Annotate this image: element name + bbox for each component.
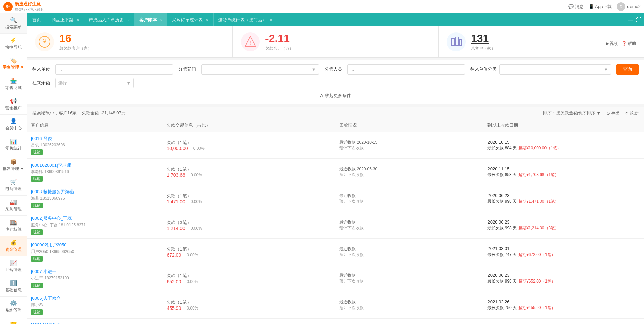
sort-label[interactable]: 排序：按欠款金额倒序排序 ▼	[543, 110, 601, 116]
tab-purchase-stats[interactable]: 采购订单统计表 ×	[167, 13, 213, 26]
export-icon: ⊙	[606, 111, 610, 116]
debt-amount[interactable]: 10,000.00	[167, 146, 188, 151]
user-avatar-area[interactable]: D demo2	[617, 2, 641, 11]
table-row: [0003]畅捷服务尹海燕 海燕 18513066976 现销 欠款（1笔） 1…	[27, 185, 644, 212]
filter-balance: 往来余额 选择... ▼	[32, 78, 134, 88]
overdue-days: 最长欠款 853 天	[487, 172, 517, 178]
unit-category-arrow-icon: ▼	[604, 67, 608, 72]
due-date-cell: 2020.06.23 最长欠款 998 天 超期¥1,214.00（3笔）	[483, 212, 644, 239]
customer-name-link[interactable]: [0001020001]李老师	[31, 162, 159, 168]
refresh-btn[interactable]: ↻ 刷新	[625, 110, 639, 116]
table-row: [0001020001]李老师 李老师 18600391516 现销 欠款（1笔…	[27, 159, 644, 185]
customer-name-link[interactable]: [0006]去下粮仓	[31, 295, 159, 301]
overdue-link[interactable]: 超期¥1,214.00（3笔）	[518, 225, 559, 231]
sidebar-item-retail-stats[interactable]: 📊 零售统计	[0, 135, 27, 155]
balance-placeholder: 选择...	[58, 80, 71, 86]
customer-name-link[interactable]: [0003]畅捷服务尹海燕	[31, 189, 159, 195]
export-btn[interactable]: ⊙ 导出	[606, 110, 620, 116]
logo-icon: 好	[3, 2, 13, 11]
customer-name-link[interactable]: [0007]小进干	[31, 269, 159, 275]
results-bar: 搜索结果中，客户16家 欠款金额 -21,148.07元 排序：按欠款金额倒序排…	[27, 107, 644, 119]
tab-product-shelf-close[interactable]: ×	[77, 18, 79, 22]
overdue-link[interactable]: 超期¥1,471.00（1笔）	[518, 199, 559, 204]
due-date: 2020.11.15	[487, 166, 640, 171]
refresh-icon: ↻	[625, 111, 629, 116]
stat-card-overdue-customers: ¥ 16 总欠款客户（家）	[27, 26, 233, 57]
due-date: 2021.02.26	[487, 299, 640, 304]
debt-amount[interactable]: 1,214.00	[167, 226, 185, 231]
tab-product-history-close[interactable]: ×	[127, 18, 129, 22]
basic-info-icon: ℹ️	[10, 280, 17, 286]
sidebar-item-inventory[interactable]: 🏬 库存核算	[0, 216, 27, 236]
search-button[interactable]: 查询	[616, 64, 639, 75]
sidebar-item-retail-mgmt[interactable]: 🏷️ 零售管理 ▼	[0, 54, 27, 74]
customer-phone: 用户2050 18665062050	[31, 249, 159, 255]
sidebar-item-system[interactable]: ⚙️ 系统管理	[0, 297, 27, 317]
tab-product-shelf-label: 商品上下架	[52, 17, 74, 23]
sidebar-item-marketing[interactable]: 📢 营销推广	[0, 94, 27, 115]
customer-tag: 现销	[31, 176, 43, 182]
debt-amount[interactable]: 455.90	[167, 305, 181, 311]
svg-text:¥: ¥	[43, 39, 46, 45]
finance-icon: 💰	[10, 239, 17, 246]
unit-category-select[interactable]: ▼	[499, 64, 611, 75]
source-unit-input[interactable]: ...	[55, 64, 173, 75]
sidebar-search[interactable]: 🔍 搜索菜单	[0, 13, 27, 34]
sidebar-item-finance[interactable]: 💰 资金管理	[0, 236, 27, 256]
tab-minimize-btn[interactable]: —	[628, 17, 633, 23]
data-table-container: 客户信息 欠款交易信息（占比） 回款情况 到期未收款日期 [0016]吕俊 吕俊…	[27, 119, 644, 324]
sidebar-item-retail-mall[interactable]: 🏪 零售商城	[0, 74, 27, 94]
tab-customer-account-close[interactable]: ×	[160, 18, 162, 22]
tab-product-history[interactable]: 产成品入库单历史 ×	[84, 13, 134, 26]
stat-icon-customers: ¥	[35, 32, 54, 51]
debt-amount[interactable]: 1,703.68	[167, 172, 185, 178]
overdue-link[interactable]: 超期¥10,000.00（1笔）	[518, 145, 561, 151]
due-date: 2020.06.23	[487, 193, 640, 198]
help-btn[interactable]: ❓ 帮助	[622, 41, 636, 47]
customer-phone: 李老师 18600391516	[31, 169, 159, 175]
debt-amount[interactable]: 652.00	[167, 279, 181, 284]
sidebar-item-ecommerce[interactable]: 🛒 电商管理	[0, 175, 27, 196]
ecommerce-icon: 🛒	[10, 179, 17, 185]
collapse-row[interactable]: ⋀ 收起更多条件	[32, 91, 639, 100]
sidebar-item-purchase[interactable]: 🏭 采购管理	[0, 196, 27, 216]
tab-purchase-stats-label: 采购订单统计表	[172, 17, 203, 23]
app-download-btn[interactable]: 📱 App下载	[589, 4, 612, 10]
table-row: [000001]黄思源 黄思源 13552700226 现销 欠款（1笔） 42…	[27, 319, 644, 324]
table-row: [0016]吕俊 吕俊 13026203696 现销 欠款（1笔） 10,000…	[27, 132, 644, 159]
overdue-link[interactable]: 超期¥652.00（1笔）	[518, 278, 555, 284]
sidebar-item-operation[interactable]: 📈 经营管理	[0, 256, 27, 276]
video-btn[interactable]: ▶ 视频	[606, 41, 618, 47]
purchase-icon: 🏭	[10, 199, 17, 205]
dept-select[interactable]: ▼	[201, 64, 319, 75]
customer-name-link[interactable]: [0002]服务中心_丁磊	[31, 215, 159, 222]
last-collection: 最近收款 2020-10-15	[339, 140, 479, 145]
tab-maximize-btn[interactable]: ⛶	[636, 17, 641, 23]
debt-amount[interactable]: 672.00	[167, 252, 181, 258]
tab-purchase-product-stats-close[interactable]: ×	[270, 18, 272, 22]
tab-product-shelf[interactable]: 商品上下架 ×	[47, 13, 84, 26]
person-input[interactable]: ...	[347, 64, 465, 75]
help-icon: ❓	[622, 41, 627, 46]
debt-amount[interactable]: 1,471.00	[167, 199, 185, 204]
sidebar-item-member[interactable]: 👤 会员中心	[0, 115, 27, 135]
overdue-link[interactable]: 超期¥672.00（1笔）	[518, 252, 555, 258]
filter-area: 往来单位 ... 分管部门 ▼	[27, 60, 644, 104]
tab-purchase-stats-close[interactable]: ×	[206, 18, 208, 22]
tab-home[interactable]: 首页	[27, 13, 47, 26]
message-btn[interactable]: 💬 消息	[568, 4, 584, 10]
sidebar-quick-nav[interactable]: ⚡ 快捷导航	[0, 34, 27, 54]
results-right: 排序：按欠款金额倒序排序 ▼ ⊙ 导出 ↻ 刷新	[543, 110, 639, 116]
debt-percent: 0.00%	[191, 199, 202, 204]
tab-purchase-product-stats[interactable]: 进货单统计表（按商品） ×	[214, 13, 277, 26]
customer-name-link[interactable]: [0016]吕俊	[31, 136, 159, 142]
customer-name-link[interactable]: [000001]黄思源	[31, 322, 159, 324]
overdue-link[interactable]: 超期¥455.90（1笔）	[518, 305, 555, 311]
sidebar-item-enterprise[interactable]: 🤝 企业协同	[0, 317, 27, 324]
sidebar-item-batch-mgmt[interactable]: 📦 批发管理 ▼	[0, 155, 27, 175]
sidebar-item-basic-info[interactable]: ℹ️ 基础信息	[0, 276, 27, 297]
customer-name-link[interactable]: [000002]用户2050	[31, 242, 159, 248]
tab-customer-account[interactable]: 客户账本 ×	[135, 13, 167, 26]
overdue-link[interactable]: 超期¥1,703.68（1笔）	[518, 172, 559, 178]
balance-select[interactable]: 选择... ▼	[55, 78, 134, 88]
